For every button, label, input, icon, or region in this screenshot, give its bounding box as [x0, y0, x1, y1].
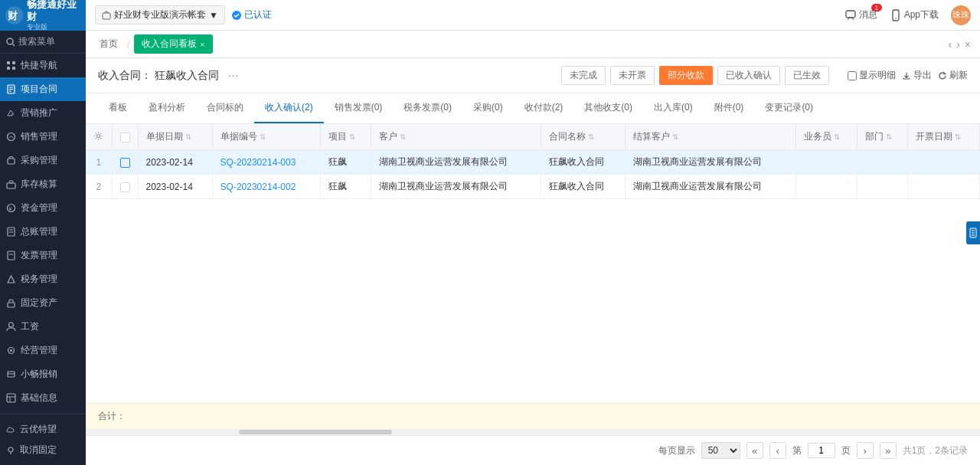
table-row[interactable]: 1 2023-02-14 SQ-20230214-003 狂飙 湖南卫视商业运营… [86, 150, 980, 175]
tab-sales-invoice[interactable]: 销售发票(0) [324, 93, 394, 123]
salary-icon [6, 322, 16, 332]
svg-rect-5 [12, 61, 15, 64]
sidebar-item-assets-label: 固定资产 [21, 296, 57, 309]
tab-close-button[interactable]: × [200, 40, 204, 49]
message-button[interactable]: 1 消息 [844, 8, 877, 21]
last-page-button[interactable]: » [880, 442, 897, 459]
row-1-salesperson [795, 150, 857, 175]
total-row: 合计： [86, 403, 980, 429]
settings-icon [93, 131, 103, 141]
page-suffix: 页 [841, 444, 851, 457]
sort-project-icon[interactable]: ⇅ [349, 133, 355, 141]
contract-board-tab[interactable]: 收入合同看板 × [134, 34, 212, 54]
tab-change-log[interactable]: 变更记录(0) [754, 93, 824, 123]
sidebar-item-assets[interactable]: 固定资产 [0, 291, 86, 315]
status-btn-uninvoiced[interactable]: 未开票 [610, 66, 655, 85]
sort-number-icon[interactable]: ⇅ [260, 133, 266, 141]
row-2-num: 2 [86, 175, 112, 199]
row-1-checkbox[interactable] [112, 150, 138, 175]
show-detail-toggle[interactable]: 显示明细 [848, 69, 896, 82]
row-2-number-link[interactable]: SQ-20230214-002 [220, 182, 296, 192]
row-1-settlement: 湖南卫视商业运营发展有限公司 [625, 150, 795, 175]
company-chevron: ▼ [209, 10, 218, 21]
content-tabs: 看板 盈利分析 合同标的 收入确认(2) 销售发票(0) 税务发票(0) 采购(… [86, 93, 980, 124]
next-page-button[interactable]: › [857, 442, 874, 459]
sidebar-item-contract[interactable]: 项目合同 [0, 77, 86, 101]
sidebar-item-sales-label: 销售管理 [21, 130, 57, 143]
sidebar-item-salary-label: 工资 [21, 320, 39, 333]
sort-customer-icon[interactable]: ⇅ [400, 133, 406, 141]
sidebar-item-funds[interactable]: ¥ 资金管理 [0, 196, 86, 220]
row-2-checkbox[interactable] [112, 175, 138, 199]
sidebar-item-marketing[interactable]: 营销推广 [0, 101, 86, 125]
user-avatar[interactable]: 珠珠 [951, 5, 971, 25]
sidebar-item-salary[interactable]: 工资 [0, 315, 86, 339]
tab-inout-warehouse[interactable]: 出入库(0) [643, 93, 704, 123]
app-download-button[interactable]: App下载 [890, 8, 939, 21]
panel-toggle-icon [969, 228, 977, 238]
home-tab[interactable]: 首页 [95, 34, 122, 54]
sidebar-item-tax[interactable]: 税务管理 [0, 267, 86, 291]
sort-settlement-icon[interactable]: ⇅ [672, 133, 678, 141]
refresh-icon [938, 71, 947, 80]
row-1-number-link[interactable]: SQ-20230214-003 [220, 157, 296, 168]
sidebar-item-basic[interactable]: 基础信息 [0, 386, 86, 410]
sidebar-item-purchase-label: 采购管理 [21, 154, 57, 167]
sort-dept-icon[interactable]: ⇅ [886, 133, 892, 141]
sidebar-item-expense[interactable]: 小畅报销 [0, 362, 86, 386]
sidebar-search[interactable]: 搜索菜单 [0, 31, 86, 54]
per-page-select[interactable]: 50 100 200 [701, 442, 740, 459]
pagination: 每页显示 50 100 200 « ‹ 第 页 › » 共1页，2条记录 [86, 435, 980, 465]
settings-column-header[interactable] [86, 124, 112, 150]
sidebar-item-invoice[interactable]: 发票管理 [0, 244, 86, 267]
select-all-checkbox[interactable] [120, 133, 130, 142]
status-btn-partial[interactable]: 部分收款 [659, 66, 713, 85]
sidebar-bottom-item-2[interactable]: 取消固定 [0, 440, 86, 460]
tab-income-confirm[interactable]: 收入确认(2) [254, 93, 324, 123]
status-buttons: 未完成 未开票 部分收款 已收入确认 已生效 [561, 66, 829, 85]
sort-date-icon[interactable]: ⇅ [185, 133, 191, 141]
status-btn-confirmed[interactable]: 已收入确认 [717, 66, 780, 85]
status-btn-effective[interactable]: 已生效 [785, 66, 829, 85]
sidebar-item-basic-label: 基础信息 [21, 391, 57, 404]
tab-tax-invoice[interactable]: 税务发票(0) [393, 93, 462, 123]
tab-attachments[interactable]: 附件(0) [704, 93, 755, 123]
panel-menu-button[interactable]: ··· [228, 69, 238, 83]
refresh-button[interactable]: 刷新 [938, 69, 968, 82]
svg-rect-36 [846, 11, 855, 18]
tab-next-arrow[interactable]: › [956, 38, 960, 51]
horizontal-scrollbar[interactable] [86, 429, 980, 435]
tab-kanban[interactable]: 看板 [98, 93, 138, 123]
page-number-input[interactable] [808, 443, 835, 458]
first-page-button[interactable]: « [746, 442, 763, 459]
sidebar-item-inventory[interactable]: 库存核算 [0, 172, 86, 196]
tab-other-revenue[interactable]: 其他收支(0) [573, 93, 643, 123]
sidebar-item-management[interactable]: 经营管理 [0, 339, 86, 362]
tab-close-all[interactable]: × [965, 38, 971, 51]
sort-contract-icon[interactable]: ⇅ [588, 133, 594, 141]
row-1-num: 1 [86, 150, 112, 175]
show-detail-checkbox[interactable] [848, 71, 857, 80]
sidebar-nav-quicklink[interactable]: 快捷导航 [0, 54, 86, 77]
status-btn-incomplete[interactable]: 未完成 [561, 66, 606, 85]
tab-payment[interactable]: 收付款(2) [514, 93, 574, 123]
tab-prev-arrow[interactable]: ‹ [948, 38, 952, 51]
tab-purchase[interactable]: 采购(0) [462, 93, 514, 123]
company-selector[interactable]: 好业财专业版演示帐套 ▼ [95, 5, 225, 25]
sidebar-item-purchase[interactable]: 采购管理 [0, 149, 86, 172]
export-button[interactable]: 导出 [902, 69, 932, 82]
sidebar-item-ledger[interactable]: 总账管理 [0, 220, 86, 244]
table-row[interactable]: 2 2023-02-14 SQ-20230214-002 狂飙 湖南卫视商业运营… [86, 175, 980, 199]
checkbox-column-header[interactable] [112, 124, 138, 150]
right-side-panel-icon[interactable] [966, 221, 980, 244]
sort-salesperson-icon[interactable]: ⇅ [834, 133, 840, 141]
panel-title: 收入合同： 狂飙收入合同 [98, 69, 219, 83]
sidebar-item-sales[interactable]: 销售管理 [0, 125, 86, 149]
scrollbar-thumb[interactable] [239, 430, 392, 434]
prev-page-button[interactable]: ‹ [769, 442, 786, 459]
sort-invoice-date-icon[interactable]: ⇅ [955, 133, 961, 141]
tab-profit[interactable]: 盈利分析 [138, 93, 196, 123]
sidebar-bottom-item-1[interactable]: 云优特望 [0, 419, 86, 440]
tab-contract-subject[interactable]: 合同标的 [196, 93, 254, 123]
panel-actions: 显示明细 导出 刷新 [848, 69, 968, 82]
